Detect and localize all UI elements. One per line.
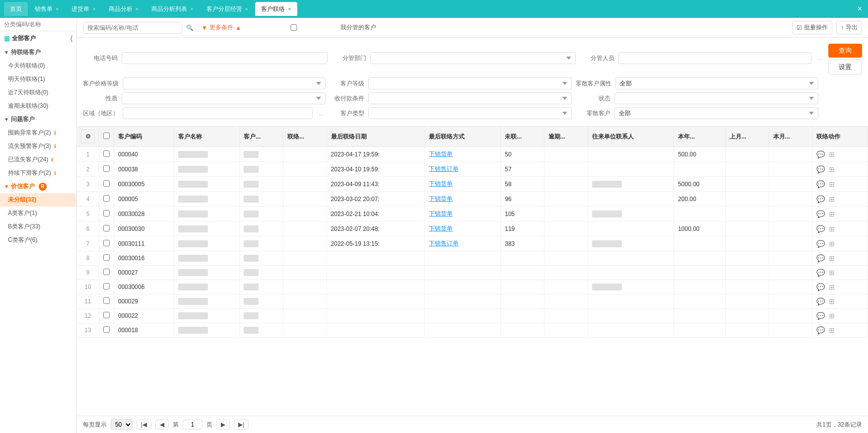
dept-select[interactable] bbox=[370, 52, 576, 64]
customer-level-select[interactable] bbox=[368, 77, 572, 89]
row-checkbox[interactable] bbox=[103, 269, 110, 275]
next-page-button[interactable]: ▶ bbox=[216, 420, 230, 430]
nav-tab-home[interactable]: 首页 bbox=[4, 2, 28, 16]
th-checkbox[interactable] bbox=[99, 127, 114, 147]
analysis-tab-close-icon[interactable]: × bbox=[135, 6, 138, 12]
more-conditions-button[interactable]: ▼ 更多条件 ▲ bbox=[198, 21, 245, 34]
nav-tab-customer-contact[interactable]: 客户联络 × bbox=[255, 2, 297, 16]
per-page-select[interactable]: 50 bbox=[111, 419, 133, 430]
grid-icon[interactable]: ⊞ bbox=[829, 150, 835, 158]
export-button[interactable]: ↑ 导出 bbox=[836, 21, 862, 34]
row-checkbox-cell[interactable] bbox=[99, 207, 114, 221]
row-checkbox[interactable] bbox=[103, 297, 110, 304]
search-button[interactable]: 查询 bbox=[828, 44, 862, 58]
grid-icon[interactable]: ⊞ bbox=[829, 225, 835, 233]
prev-page-button[interactable]: ◀ bbox=[155, 420, 169, 430]
grid-icon[interactable]: ⊞ bbox=[829, 165, 835, 173]
reset-button[interactable]: 设置 bbox=[828, 60, 862, 74]
message-icon[interactable]: 💬 bbox=[816, 210, 825, 218]
page-number-input[interactable] bbox=[183, 420, 202, 430]
row-checkbox[interactable] bbox=[103, 210, 110, 216]
message-icon[interactable]: 💬 bbox=[816, 312, 825, 320]
row-checkbox[interactable] bbox=[103, 312, 110, 318]
message-icon[interactable]: 💬 bbox=[816, 297, 825, 305]
row-checkbox-cell[interactable] bbox=[99, 236, 114, 251]
nav-tab-analysis[interactable]: 商品分析 × bbox=[103, 2, 144, 16]
sidebar-item-7days[interactable]: 近7天待联络(0) bbox=[0, 86, 76, 99]
row-checkbox-cell[interactable] bbox=[99, 251, 114, 266]
sidebar-item-tomorrow[interactable]: 明天待联络(1) bbox=[0, 72, 76, 86]
grid-icon[interactable]: ⊞ bbox=[829, 180, 835, 188]
row-checkbox[interactable] bbox=[103, 150, 110, 157]
search-input[interactable] bbox=[83, 22, 182, 34]
status-select[interactable] bbox=[614, 92, 818, 104]
purchase-tab-close-icon[interactable]: × bbox=[92, 6, 95, 12]
row-checkbox-cell[interactable] bbox=[99, 192, 114, 207]
last-method-link[interactable]: 下销售订单 bbox=[429, 240, 459, 247]
row-checkbox[interactable] bbox=[103, 240, 110, 246]
retail-customer-select[interactable]: 全部 bbox=[614, 107, 818, 119]
grid-icon[interactable]: ⊞ bbox=[829, 283, 835, 291]
message-icon[interactable]: 💬 bbox=[816, 269, 825, 277]
row-checkbox-cell[interactable] bbox=[99, 309, 114, 323]
row-checkbox[interactable] bbox=[103, 180, 110, 187]
message-icon[interactable]: 💬 bbox=[816, 165, 825, 173]
row-checkbox[interactable] bbox=[103, 195, 110, 202]
row-checkbox-cell[interactable] bbox=[99, 323, 114, 338]
phone-input[interactable] bbox=[122, 52, 328, 64]
sidebar-item-today[interactable]: 今天待联络(0) bbox=[0, 59, 76, 72]
message-icon[interactable]: 💬 bbox=[816, 254, 825, 262]
row-checkbox-cell[interactable] bbox=[99, 280, 114, 294]
contact-tab-close-icon[interactable]: × bbox=[288, 6, 291, 12]
first-page-button[interactable]: |◀ bbox=[136, 420, 151, 430]
message-icon[interactable]: 💬 bbox=[816, 240, 825, 248]
grid-icon[interactable]: ⊞ bbox=[829, 312, 835, 320]
sidebar-item-c-class[interactable]: C类客户(6) bbox=[0, 233, 76, 247]
grid-icon[interactable]: ⊞ bbox=[829, 254, 835, 262]
last-method-link[interactable]: 下销售订单 bbox=[429, 165, 459, 172]
last-method-link[interactable]: 下销货单 bbox=[429, 150, 453, 157]
row-checkbox[interactable] bbox=[103, 225, 110, 231]
segmentation-tab-close-icon[interactable]: × bbox=[245, 6, 248, 12]
grid-icon[interactable]: ⊞ bbox=[829, 326, 835, 334]
problem-group-header[interactable]: ▼ 问题客户 bbox=[0, 113, 76, 126]
sidebar-item-a-class[interactable]: A类客户(1) bbox=[0, 207, 76, 220]
pending-group-header[interactable]: ▼ 待联络客户 bbox=[0, 46, 76, 59]
sidebar-item-lost[interactable]: 已流失客户(24) ℹ bbox=[0, 153, 76, 166]
row-checkbox[interactable] bbox=[103, 254, 110, 261]
sidebar-item-loss-warning[interactable]: 流失预警客户(3) ℹ bbox=[0, 140, 76, 153]
message-icon[interactable]: 💬 bbox=[816, 180, 825, 188]
message-icon[interactable]: 💬 bbox=[816, 225, 825, 233]
last-method-link[interactable]: 下销货单 bbox=[429, 195, 453, 202]
sidebar-search-input[interactable] bbox=[4, 21, 77, 28]
row-checkbox[interactable] bbox=[103, 165, 110, 172]
sidebar-collapse-icon[interactable]: ⟨ bbox=[70, 35, 72, 43]
region-input[interactable] bbox=[123, 107, 313, 119]
nav-tab-sales[interactable]: 销售单 × bbox=[29, 2, 65, 16]
th-settings[interactable]: ⚙ bbox=[77, 127, 99, 147]
row-checkbox-cell[interactable] bbox=[99, 147, 114, 162]
credit-group-header[interactable]: ▼ 价信客户 R bbox=[0, 180, 76, 193]
nature-select[interactable] bbox=[122, 92, 326, 104]
retail-attr-select[interactable]: 全部 bbox=[615, 77, 818, 89]
sales-tab-close-icon[interactable]: × bbox=[56, 6, 59, 12]
window-close-button[interactable]: × bbox=[856, 2, 864, 15]
row-checkbox[interactable] bbox=[103, 326, 110, 333]
row-checkbox-cell[interactable] bbox=[99, 266, 114, 280]
message-icon[interactable]: 💬 bbox=[816, 195, 825, 203]
my-customers-checkbox[interactable]: 我分管的客户 bbox=[249, 23, 376, 32]
last-method-link[interactable]: 下销货单 bbox=[429, 225, 453, 232]
row-checkbox-cell[interactable] bbox=[99, 294, 114, 309]
manager-ellipsis-btn[interactable]: ... bbox=[815, 55, 824, 62]
last-page-button[interactable]: ▶| bbox=[234, 420, 249, 430]
row-checkbox-cell[interactable] bbox=[99, 177, 114, 192]
message-icon[interactable]: 💬 bbox=[816, 150, 825, 158]
nav-tab-purchase[interactable]: 进货单 × bbox=[66, 2, 101, 16]
region-ellipsis-btn[interactable]: ... bbox=[317, 110, 326, 117]
batch-ops-button[interactable]: ☑ 批量操作 bbox=[792, 21, 832, 34]
analysis-list-tab-close-icon[interactable]: × bbox=[190, 6, 193, 12]
search-icon[interactable]: 🔍 bbox=[186, 24, 194, 31]
sidebar-item-b-class[interactable]: B类客户(33) bbox=[0, 220, 76, 233]
sidebar-item-stockpile[interactable]: 囤购异常客户(2) ℹ bbox=[0, 126, 76, 140]
grid-icon[interactable]: ⊞ bbox=[829, 195, 835, 203]
